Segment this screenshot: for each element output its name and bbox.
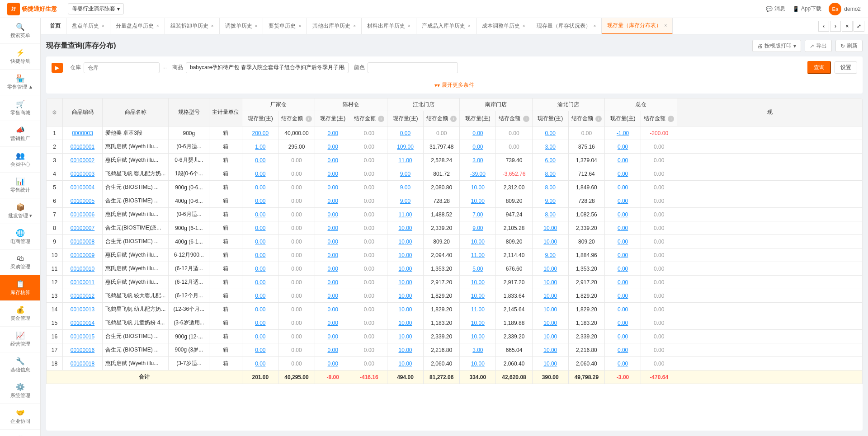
goods-input[interactable]: [186, 62, 349, 73]
sidebar-item-ecommerce[interactable]: 🌐 电商管理: [0, 224, 40, 250]
cell-cl-bal: 0.00: [351, 330, 387, 343]
tab-close-icon[interactable]: ×: [523, 23, 525, 28]
app-download-btn[interactable]: 📱 App下载: [793, 5, 821, 13]
sidebar-item-search[interactable]: 🔍 搜索英单: [0, 18, 40, 44]
th-spec: 规格型号: [169, 98, 209, 127]
cell-tot-bal: 0.00: [641, 316, 677, 330]
cell-tot-cur: 0.00: [605, 194, 641, 208]
tab-distrib-stocktake[interactable]: 分量盘点单历史 ×: [110, 18, 165, 34]
info-icon[interactable]: i: [595, 116, 602, 122]
setting-btn[interactable]: 设置: [835, 61, 857, 74]
tab-close-icon[interactable]: ×: [298, 23, 301, 28]
expand-more-btn[interactable]: ▾▾ 展开更多条件: [434, 81, 474, 89]
tab-prev-btn[interactable]: ‹: [818, 21, 829, 32]
tab-transfer[interactable]: 调拨单历史 ×: [220, 18, 264, 34]
cell-fc-bal: 0.00: [278, 357, 315, 370]
tab-close-icon[interactable]: ×: [594, 23, 596, 28]
sidebar-item-inventory[interactable]: 📋 库存核算: [0, 275, 40, 301]
cell-value: 0.00: [315, 181, 351, 194]
cell-fc-bal: 0.00: [278, 316, 315, 330]
tab-close-icon[interactable]: ×: [211, 23, 214, 28]
cell-value: 0.00: [315, 262, 351, 276]
info-icon[interactable]: i: [523, 116, 529, 122]
sidebar-item-marketing[interactable]: 📣 营销推广: [0, 121, 40, 147]
warehouse-filter: 仓库 ···: [70, 62, 167, 73]
sidebar-item-label: 库存核算: [2, 289, 38, 296]
info-icon[interactable]: i: [450, 116, 457, 122]
cell-code: 00100010: [63, 262, 103, 276]
table-row: 6 00100005 合生元 (BIOSTIME) ... 400g (0-6.…: [47, 194, 863, 208]
export-label: 导出: [816, 42, 827, 50]
th-gear[interactable]: ⚙: [47, 98, 63, 127]
color-input[interactable]: [368, 62, 458, 73]
sidebar-item-wholesale[interactable]: 📦 批发管理 ▾: [0, 198, 40, 224]
industry-selector[interactable]: 母婴行业演示陈套 ▾: [68, 3, 124, 14]
print-label: 按模版打印: [764, 42, 792, 50]
tab-product-in[interactable]: 产成品入库单历史 ×: [416, 18, 476, 34]
tab-close-icon[interactable]: ×: [102, 23, 104, 28]
tab-material-out[interactable]: 材料出库单历史 ×: [362, 18, 416, 34]
cell-value: 9.00: [532, 248, 568, 262]
tab-order[interactable]: 要货单历史 ×: [263, 18, 307, 34]
query-btn[interactable]: 查询: [807, 61, 831, 74]
sidebar-item-operations[interactable]: 📈 经营管理: [0, 327, 40, 352]
tab-close-icon[interactable]: ×: [408, 23, 410, 28]
sidebar-item-guide[interactable]: 📖 新手引导: [0, 430, 40, 436]
user-info[interactable]: Ea demo2: [829, 3, 861, 15]
cell-fc-bal: 0.00: [278, 248, 315, 262]
warehouse-input[interactable]: [84, 62, 160, 73]
cell-fc-bal: 0.00: [278, 221, 315, 235]
tab-stock-status[interactable]: 现存量（库存状况表） ×: [531, 18, 602, 34]
top-bar-right: 💬 消息 📱 App下载 Ea demo2: [766, 3, 861, 15]
info-icon[interactable]: i: [378, 116, 384, 122]
expand-arrow-btn[interactable]: ▶: [52, 63, 63, 73]
info-icon[interactable]: i: [306, 116, 312, 122]
sidebar-item-label: 零售管理 ▲: [2, 84, 38, 90]
cell-name: 合生元 (BIOSTIME) ...: [103, 235, 169, 248]
tab-close-icon[interactable]: ×: [664, 23, 667, 28]
tab-home[interactable]: 首页: [44, 18, 66, 34]
cell-value: 10.00: [387, 330, 424, 343]
sidebar-item-member[interactable]: 👥 会员中心: [0, 147, 40, 173]
cell-index: 17: [47, 343, 63, 357]
info-icon[interactable]: i: [668, 116, 674, 122]
tab-close-icon[interactable]: ×: [353, 23, 356, 28]
warehouse-more-icon[interactable]: ···: [162, 65, 167, 71]
cell-value: 10.00: [532, 289, 568, 303]
tab-stock-distrib[interactable]: 现存量（库存分布表） ×: [602, 18, 673, 34]
sidebar-item-system[interactable]: ⚙️ 系统管理: [0, 378, 40, 404]
sidebar-item-retail-stat[interactable]: 📊 零售统计: [0, 173, 40, 198]
sidebar-item-finance[interactable]: 💰 资金管理: [0, 301, 40, 327]
sidebar-item-retail[interactable]: 🏪 零售管理 ▲: [0, 70, 40, 95]
cell-unit: 箱: [209, 127, 242, 140]
main-area: 首页 盘点单历史 × 分量盘点单历史 × 组装拆卸单历史 × 调拨单历史 × 要…: [41, 18, 868, 436]
message-btn[interactable]: 💬 消息: [766, 5, 785, 13]
print-btn[interactable]: 🖨 按模版打印 ▾: [752, 40, 801, 52]
tab-stocktake[interactable]: 盘点单历史 ×: [66, 18, 110, 34]
tab-cost-adjust[interactable]: 成本调整单历史 ×: [476, 18, 531, 34]
sidebar-item-purchase[interactable]: 🛍 采购管理: [0, 250, 40, 275]
sidebar-item-enterprise[interactable]: 🤝 企业协同: [0, 404, 40, 430]
sidebar-item-mall[interactable]: 🛒 零售商城: [0, 95, 40, 121]
sidebar-item-label: 采购管理: [2, 263, 38, 270]
sidebar-item-nav[interactable]: ⚡ 快捷导航: [0, 44, 40, 70]
tab-close-icon[interactable]: ×: [156, 23, 159, 28]
tab-close-icon[interactable]: ×: [468, 23, 471, 28]
th-code: 商品编码: [63, 98, 103, 127]
guide-icon: 📖: [2, 434, 38, 436]
cell-value: 9.00: [387, 194, 424, 208]
tab-expand-btn[interactable]: ⤢: [854, 21, 864, 32]
cell-tot-bal: 0.00: [641, 167, 677, 181]
sidebar-item-basic[interactable]: 🔧 基础信息: [0, 352, 40, 378]
tab-assemble[interactable]: 组装拆卸单历史 ×: [165, 18, 220, 34]
cell-yb-bal: 875.16: [568, 140, 604, 154]
tab-close-all-btn[interactable]: ×: [842, 21, 853, 32]
gear-icon[interactable]: ⚙: [52, 109, 57, 116]
export-btn[interactable]: ↗ 导出: [805, 40, 832, 52]
cell-value: 0.00: [242, 357, 278, 370]
enterprise-icon: 🤝: [2, 408, 38, 417]
refresh-btn[interactable]: ↻ 刷新: [835, 40, 863, 52]
tab-close-icon[interactable]: ×: [255, 23, 258, 28]
tab-other-out[interactable]: 其他出库单历史 ×: [307, 18, 362, 34]
tab-next-btn[interactable]: ›: [830, 21, 841, 32]
